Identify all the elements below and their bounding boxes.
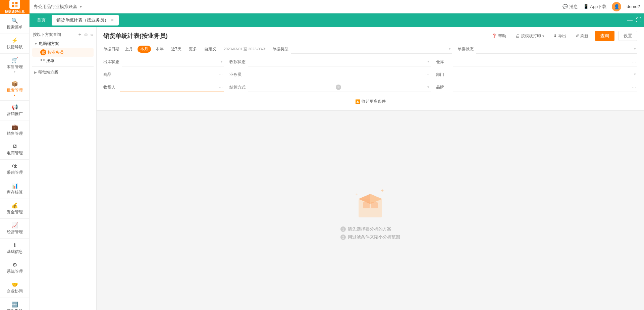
edit-scheme-btn[interactable]: ☺ (84, 32, 88, 37)
window-minimize-btn[interactable]: — (627, 17, 633, 23)
svg-rect-4 (41, 59, 42, 61)
sidebar-item-sales[interactable]: 💼 销售管理 (0, 120, 29, 140)
filter-warehouse: 仓库 ··· (436, 57, 637, 66)
sidebar-item-marketing[interactable]: 📢 营销推广 (0, 101, 29, 120)
sidebar-item-quicknav[interactable]: ⚡ 快捷导航 (0, 34, 29, 54)
mobile-icon: 📱 (583, 4, 589, 9)
filter-row-4: 收货人 ··· 结算方式 ✕ ▾ (103, 83, 637, 92)
sales-icon: 💼 (11, 124, 18, 130)
out-status-control[interactable]: ▾ (122, 57, 224, 66)
panel-header-label: 按以下方案查询 (33, 32, 61, 38)
purchase-icon: 🛍 (12, 163, 17, 169)
refresh-icon: ↺ (576, 34, 579, 38)
date-btn-last-month[interactable]: 上月 (122, 46, 136, 53)
print-icon: 🖨 (516, 34, 520, 38)
tab-sales-stats-label: 销货单统计表（按业务员） (56, 17, 109, 23)
sidebar-item-system[interactable]: ⚙ 系统管理 (0, 258, 29, 278)
tree-child-by-order[interactable]: 按单 (32, 57, 94, 65)
tabbar: 首页 销货单统计表（按业务员） ✕ — ⛶ (30, 13, 644, 27)
filter-salesperson: 业务员 ··· (229, 70, 431, 79)
salesperson-control[interactable]: ··· (246, 70, 431, 79)
add-scheme-btn[interactable]: + (78, 32, 82, 38)
sidebar-item-inventory[interactable]: 📊 库存核算 (0, 179, 29, 199)
sidebar-item-label: 库存核算 (7, 190, 23, 195)
page-header: 销货单统计表(按业务员) ❓ 帮助 🖨 按模板打印 ▾ ⬇ (97, 27, 644, 111)
department-control[interactable]: ▾ (453, 70, 637, 79)
export-icon: ⬇ (553, 34, 557, 38)
sidebar-item-ecommerce[interactable]: 🖥 电商管理 (0, 140, 29, 160)
sidebar-item-operation[interactable]: 📈 经营管理 (0, 219, 29, 239)
tree-section: ▼ 电脑端方案 按 按业务员 按单 (30, 40, 96, 76)
user-avatar[interactable]: 👤 (612, 2, 621, 11)
tab-close-icon[interactable]: ✕ (111, 18, 114, 22)
tab-home-label: 首页 (37, 17, 46, 23)
date-btn-7days[interactable]: 近7天 (168, 46, 184, 53)
app-download-label: App下载 (590, 4, 606, 10)
sidebar: 畅捷通好生意 🔍 搜索菜单 ⚡ 快捷导航 🛒 零售管理 ▾ 📦 批发管理 ▴ 📢… (0, 0, 30, 310)
app-download-btn[interactable]: 📱 App下载 (583, 4, 606, 10)
brand-control[interactable]: ··· (453, 83, 637, 92)
export-btn[interactable]: ⬇ 导出 (551, 32, 569, 40)
page-header-top: 销货单统计表(按业务员) ❓ 帮助 🖨 按模板打印 ▾ ⬇ (103, 31, 637, 41)
bill-status-control[interactable]: ▾ (476, 44, 637, 54)
receiver-control[interactable]: ··· (120, 83, 224, 92)
goods-control[interactable]: ··· (120, 70, 224, 79)
tip-text-1: 请先选择要分析的方案 (348, 226, 391, 232)
app-name: 畅捷通好生意 (5, 9, 25, 14)
warehouse-control[interactable]: ··· (453, 57, 637, 66)
settlement-clear-btn[interactable]: ✕ (336, 85, 341, 90)
sidebar-item-basic[interactable]: ℹ 基础信息 (0, 239, 29, 258)
username[interactable]: demo2 (627, 4, 640, 9)
ellipsis-icon5: ··· (632, 85, 636, 90)
date-btn-custom[interactable]: 自定义 (202, 46, 219, 53)
date-btn-more[interactable]: 更多 (186, 46, 200, 53)
sidebar-item-purchase[interactable]: 🛍 采购管理 (0, 160, 29, 179)
collapse-label: 收起更多条件 (362, 99, 386, 104)
help-btn[interactable]: ❓ 帮助 (489, 32, 509, 40)
bill-type-label: 单据类型 (272, 46, 288, 52)
message-btn[interactable]: 💬 消息 (562, 4, 578, 10)
svg-rect-10 (363, 202, 370, 208)
settlement-control[interactable]: ✕ ▾ (248, 83, 431, 92)
empty-tip-2: 2 用过滤条件来缩小分析范围 (340, 234, 400, 240)
sidebar-item-collab[interactable]: 🤝 企业协同 (0, 278, 29, 298)
bill-type-control[interactable]: ▾ (291, 44, 452, 54)
topbar-right: 💬 消息 📱 App下载 👤 demo2 (562, 2, 640, 11)
sidebar-item-wholesale[interactable]: 📦 批发管理 ▴ (0, 77, 29, 101)
tree-parent-desktop[interactable]: ▼ 电脑端方案 (32, 40, 94, 48)
collapse-panel-btn[interactable]: « (90, 32, 93, 37)
tree-parent-mobile[interactable]: ▶ 移动端方案 (32, 68, 94, 76)
refresh-btn[interactable]: ↺ 刷新 (573, 32, 591, 40)
out-status-label: 出库状态 (103, 59, 119, 65)
inventory-icon: 📊 (11, 183, 18, 189)
date-btn-this-month[interactable]: 本月 (138, 46, 151, 53)
sidebar-item-finance[interactable]: 💰 资金管理 (0, 199, 29, 219)
chevron-down-icon3: ▾ (221, 59, 223, 64)
basic-icon: ℹ (14, 242, 16, 248)
collapse-up-icon: 🔼 (355, 99, 360, 104)
filter-out-status: 出库状态 ▾ (103, 57, 224, 66)
marketing-icon: 📢 (11, 104, 18, 110)
settings-btn[interactable]: 设置 (619, 31, 637, 41)
sidebar-item-retail[interactable]: 🛒 零售管理 ▾ (0, 54, 29, 77)
date-btn-this-year[interactable]: 本年 (153, 46, 166, 53)
print-template-btn[interactable]: 🖨 按模板打印 ▾ (513, 32, 547, 40)
svg-rect-2 (12, 5, 14, 7)
chevron-down-icon5: ▾ (634, 72, 636, 76)
sidebar-item-search[interactable]: 🔍 搜索菜单 (0, 14, 29, 34)
tab-home[interactable]: 首页 (32, 15, 50, 25)
receipt-status-control[interactable]: ▾ (248, 57, 431, 66)
sidebar-item-label: 系统管理 (7, 269, 23, 274)
tree-child-by-salesperson[interactable]: 按 按业务员 (32, 48, 94, 57)
tab-sales-stats[interactable]: 销货单统计表（按业务员） ✕ (52, 15, 119, 25)
collapse-filters-btn[interactable]: 🔼 收起更多条件 (353, 97, 388, 106)
tree-child-label: 按业务员 (48, 50, 64, 55)
query-btn[interactable]: 查询 (595, 31, 614, 41)
print-dropdown-icon: ▾ (542, 34, 544, 38)
sidebar-item-newguide[interactable]: 🆕 新手引导 (0, 298, 29, 310)
date-label: 单据日期 (103, 46, 119, 52)
account-dropdown[interactable]: ▾ (80, 4, 82, 9)
receipt-status-label: 收款状态 (229, 59, 246, 65)
receiver-input[interactable] (121, 85, 219, 90)
window-maximize-btn[interactable]: ⛶ (636, 17, 641, 23)
